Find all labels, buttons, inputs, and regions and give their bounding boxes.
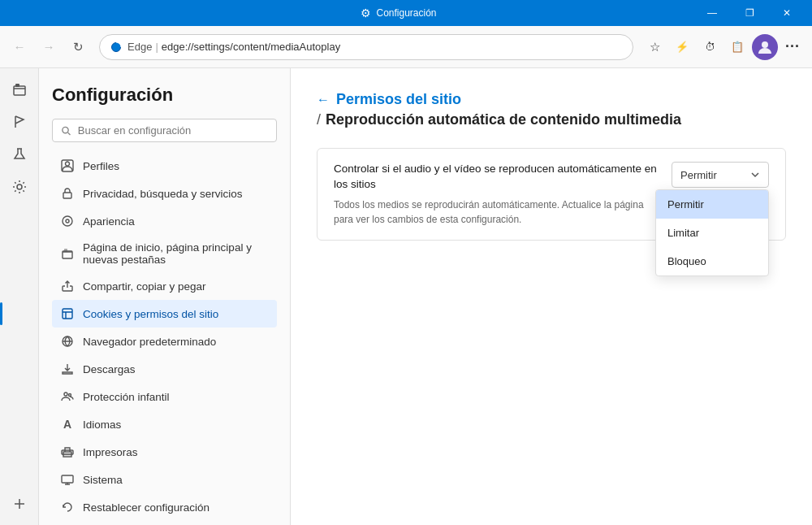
dropdown-selected-label: Permitir bbox=[680, 169, 717, 181]
collections-icon-button[interactable]: 📋 bbox=[724, 34, 750, 60]
restore-button[interactable]: ❐ bbox=[731, 0, 768, 26]
tabs-icon-button[interactable] bbox=[5, 75, 34, 104]
dropdown-container: Permitir Permitir Limitar Bloq bbox=[672, 162, 769, 188]
svg-point-3 bbox=[17, 184, 22, 189]
sidebar-item-proteccion[interactable]: Protección infantil bbox=[52, 383, 277, 410]
perfiles-label: Perfiles bbox=[83, 160, 119, 172]
setting-row: Controlar si el audio y el vídeo se repr… bbox=[334, 162, 769, 227]
pagina-inicio-label: Página de inicio, página principal y nue… bbox=[83, 241, 269, 266]
navegador-label: Navegador predeterminado bbox=[83, 336, 216, 348]
dropdown-item-bloqueo[interactable]: Bloqueo bbox=[656, 247, 768, 276]
content-area: ← Permisos del sitio / Reproducción auto… bbox=[291, 68, 812, 525]
search-box[interactable] bbox=[52, 119, 277, 142]
sidebar-item-sistema[interactable]: Sistema bbox=[52, 466, 277, 493]
idiomas-icon: A bbox=[60, 417, 75, 432]
sidebar-item-impresoras[interactable]: Impresoras bbox=[52, 438, 277, 466]
settings-icon-button[interactable] bbox=[5, 172, 34, 202]
flag-icon-button[interactable] bbox=[5, 107, 34, 137]
settings-sidebar: Configuración Perfiles bbox=[39, 68, 291, 525]
svg-point-0 bbox=[762, 41, 768, 48]
breadcrumb: ← Permisos del sitio bbox=[317, 91, 786, 108]
impresoras-icon bbox=[60, 445, 75, 459]
descargas-label: Descargas bbox=[83, 363, 136, 375]
minimize-button[interactable]: — bbox=[693, 0, 731, 26]
sidebar-item-cookies[interactable]: Cookies y permisos del sitio bbox=[52, 300, 277, 328]
setting-label-group: Controlar si el audio y el vídeo se repr… bbox=[334, 162, 659, 227]
svg-rect-12 bbox=[63, 309, 72, 319]
privacidad-label: Privacidad, búsqueda y servicios bbox=[83, 188, 243, 200]
restablecer-label: Restablecer configuración bbox=[83, 501, 209, 514]
profile-avatar-button[interactable] bbox=[752, 34, 778, 60]
setting-desc: Todos los medios se reproducirán automát… bbox=[334, 197, 659, 227]
breadcrumb-back-button[interactable]: ← bbox=[317, 93, 330, 107]
apariencia-label: Apariencia bbox=[83, 215, 135, 228]
proteccion-icon bbox=[60, 389, 75, 404]
setting-card: Controlar si el audio y el vídeo se repr… bbox=[317, 148, 786, 241]
svg-rect-11 bbox=[64, 249, 67, 252]
svg-point-5 bbox=[66, 162, 70, 166]
dropdown-button[interactable]: Permitir bbox=[672, 162, 769, 188]
svg-rect-1 bbox=[14, 86, 25, 95]
proteccion-label: Protección infantil bbox=[83, 391, 170, 403]
setting-label: Controlar si el audio y el vídeo se repr… bbox=[334, 162, 659, 193]
nav-items-list: Perfiles Privacidad, búsqueda y servicio… bbox=[52, 152, 277, 525]
titlebar-text: Configuración bbox=[376, 7, 436, 19]
history-icon-button[interactable]: ⏱ bbox=[697, 34, 723, 60]
extension-icon-button[interactable]: ⚡ bbox=[669, 34, 695, 60]
svg-rect-2 bbox=[15, 84, 19, 87]
forward-button[interactable]: → bbox=[36, 34, 62, 60]
edge-label: Edge bbox=[127, 41, 152, 53]
search-icon bbox=[61, 125, 71, 137]
titlebar-icon: ⚙ bbox=[361, 7, 371, 20]
search-input[interactable] bbox=[78, 124, 268, 137]
svg-rect-18 bbox=[62, 475, 73, 483]
sidebar-item-idiomas[interactable]: A Idiomas bbox=[52, 410, 277, 438]
breadcrumb-separator: / bbox=[317, 111, 321, 128]
flask-icon-button[interactable] bbox=[5, 140, 34, 169]
menu-button[interactable]: ··· bbox=[780, 34, 806, 60]
icon-strip bbox=[0, 68, 39, 525]
dropdown-item-limitar[interactable]: Limitar bbox=[656, 219, 768, 247]
back-button[interactable]: ← bbox=[6, 34, 32, 60]
sidebar-item-pagina-inicio[interactable]: Página de inicio, página principal y nue… bbox=[52, 235, 277, 272]
sidebar-item-privacidad[interactable]: Privacidad, búsqueda y servicios bbox=[52, 180, 277, 207]
titlebar-controls: — ❐ ✕ bbox=[693, 0, 806, 26]
descargas-icon bbox=[60, 362, 75, 376]
navbar: ← → ↻ Edge | edge://settings/content/med… bbox=[0, 26, 812, 68]
impresoras-label: Impresoras bbox=[83, 446, 138, 458]
cookies-icon bbox=[60, 306, 75, 321]
close-button[interactable]: ✕ bbox=[768, 0, 806, 26]
address-bar[interactable]: Edge | edge://settings/content/mediaAuto… bbox=[99, 34, 633, 60]
sidebar-item-navegador[interactable]: Navegador predeterminado bbox=[52, 328, 277, 355]
titlebar: ⚙ Configuración — ❐ ✕ bbox=[0, 0, 812, 26]
dropdown-menu: Permitir Limitar Bloqueo bbox=[655, 189, 769, 276]
sistema-icon bbox=[60, 472, 75, 487]
navbar-right: ☆ ⚡ ⏱ 📋 ··· bbox=[641, 34, 806, 60]
titlebar-title: ⚙ Configuración bbox=[104, 7, 693, 20]
privacidad-icon bbox=[60, 186, 75, 201]
sidebar-item-perfiles[interactable]: Perfiles bbox=[52, 152, 277, 180]
compartir-icon bbox=[60, 279, 75, 293]
svg-point-4 bbox=[63, 127, 68, 132]
add-icon-button[interactable] bbox=[5, 489, 34, 518]
sidebar-item-compartir[interactable]: Compartir, copiar y pegar bbox=[52, 272, 277, 300]
sidebar-item-telefono[interactable]: Teléfono y otros dispositivos bbox=[52, 521, 277, 525]
svg-point-9 bbox=[66, 219, 69, 223]
cookies-label: Cookies y permisos del sitio bbox=[83, 308, 218, 320]
dropdown-item-permitir[interactable]: Permitir bbox=[656, 190, 768, 219]
sidebar-item-restablecer[interactable]: Restablecer configuración bbox=[52, 493, 277, 521]
navegador-icon bbox=[60, 334, 75, 349]
idiomas-label: Idiomas bbox=[83, 419, 121, 431]
address-bar-text: Edge | edge://settings/content/mediaAuto… bbox=[127, 41, 340, 53]
refresh-button[interactable]: ↻ bbox=[65, 34, 91, 60]
edge-logo-icon bbox=[110, 41, 123, 54]
restablecer-icon bbox=[60, 500, 75, 514]
favorites-icon-button[interactable]: ☆ bbox=[641, 34, 667, 60]
address-url: edge://settings/content/mediaAutoplay bbox=[162, 41, 340, 53]
sidebar-item-descargas[interactable]: Descargas bbox=[52, 355, 277, 383]
sidebar-item-apariencia[interactable]: Apariencia bbox=[52, 207, 277, 235]
sistema-label: Sistema bbox=[83, 474, 123, 486]
breadcrumb-link[interactable]: Permisos del sitio bbox=[336, 91, 461, 108]
svg-rect-7 bbox=[63, 193, 71, 198]
breadcrumb-sub: Reproducción automática de contenido mul… bbox=[326, 111, 681, 128]
